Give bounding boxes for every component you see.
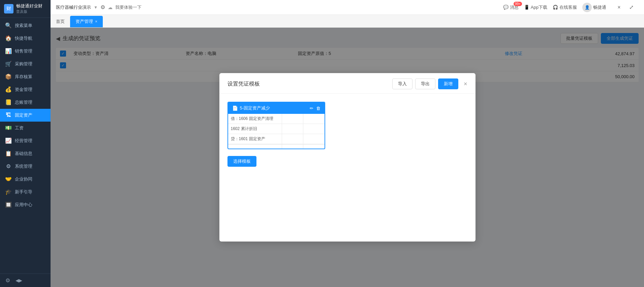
dialog-overlay: 设置凭证模板 导入 导出 新增 × �	[51, 28, 644, 287]
sidebar-item-label: 采购管理	[15, 61, 32, 67]
tab-home[interactable]: 首页	[51, 16, 70, 27]
sidebar-item-purchase[interactable]: 🛒 采购管理	[0, 58, 51, 70]
service-icon: 🎧	[553, 5, 558, 10]
sidebar-item-system[interactable]: ⚙ 系统管理	[0, 160, 51, 173]
sidebar-item-label: 搜索菜单	[15, 23, 32, 29]
template-card-actions: ✏ 🗑	[310, 106, 320, 111]
template-entry-debit	[282, 134, 303, 144]
template-card-body: 借：1606 固定资产清理 1602 累计折旧	[228, 114, 325, 149]
template-entry-row: 借：1606 固定资产清理	[228, 114, 325, 124]
template-card-doc-icon: 📄	[232, 105, 238, 111]
sidebar-item-label: 销售管理	[15, 48, 32, 54]
template-card-title-area: 📄 5-固定资产减少	[232, 105, 270, 111]
tab-asset-mgmt[interactable]: 资产管理 ×	[70, 16, 103, 27]
template-entry-label: 1602 累计折旧	[228, 124, 282, 134]
sidebar-item-label: 经营管理	[15, 138, 32, 144]
template-footer-credit	[303, 144, 325, 149]
messages-badge: 99+	[514, 2, 522, 6]
sidebar-item-label: 基础信息	[15, 151, 32, 157]
template-delete-icon[interactable]: 🗑	[316, 106, 320, 111]
sidebar-item-label: 总账管理	[15, 99, 32, 105]
topbar-right: 💬 消息 99+ 📱 App下载 🎧 在线客服 👤 畅捷通	[503, 3, 639, 12]
sidebar-item-fixed-assets[interactable]: 🏗 固定资产	[0, 109, 51, 122]
sidebar-item-label: 资金管理	[15, 87, 32, 93]
sidebar-item-basic-info[interactable]: 📋 基础信息	[0, 147, 51, 160]
template-entry-row: 贷：1601 固定资产	[228, 134, 325, 144]
company-name[interactable]: 医疗器械行业演示	[56, 4, 91, 10]
home-icon: 🏠	[5, 35, 11, 41]
collapse-icon[interactable]: ◀▶	[16, 278, 22, 283]
sidebar-item-sales[interactable]: 📊 销售管理	[0, 45, 51, 58]
cloud-icon: ☁	[108, 5, 113, 10]
template-entry-row: 1602 累计折旧	[228, 124, 325, 134]
sidebar-item-label: 新手引导	[15, 189, 32, 195]
sidebar-item-operations[interactable]: 📈 经营管理	[0, 134, 51, 147]
enterprise-icon: 🤝	[5, 176, 11, 182]
sidebar-item-search[interactable]: 🔍 搜索菜单	[0, 19, 51, 32]
new-template-button[interactable]: 新增	[438, 78, 458, 89]
sidebar-nav: 🔍 搜索菜单 🏠 快捷导航 📊 销售管理 🛒 采购管理 📦 库存核算 💰	[0, 18, 51, 274]
sidebar-item-enterprise[interactable]: 🤝 企业协同	[0, 173, 51, 186]
import-button[interactable]: 导入	[392, 78, 412, 89]
app-download-label: App下载	[531, 4, 547, 10]
sidebar-item-quicknav[interactable]: 🏠 快捷导航	[0, 32, 51, 45]
sidebar: 财 畅捷通好业财 普及版 🔍 搜索菜单 🏠 快捷导航 📊 销售管理	[0, 0, 51, 287]
sidebar-header: 财 畅捷通好业财 普及版	[0, 0, 51, 18]
user-profile-button[interactable]: 👤 畅捷通	[582, 3, 606, 12]
template-edit-icon[interactable]: ✏	[310, 106, 313, 111]
dialog-header: 设置凭证模板 导入 导出 新增 ×	[219, 73, 476, 94]
sales-icon: 📊	[5, 48, 11, 54]
select-template-button[interactable]: 选择模板	[227, 156, 256, 167]
sidebar-item-funds[interactable]: 💰 资金管理	[0, 83, 51, 96]
select-template-btn-wrap: 选择模板	[227, 156, 467, 167]
purchase-icon: 🛒	[5, 61, 11, 67]
fixed-assets-icon: 🏗	[5, 112, 11, 118]
logo-icon: 财	[4, 4, 13, 13]
ledger-icon: 📒	[5, 99, 11, 105]
sidebar-item-ledger[interactable]: 📒 总账管理	[0, 96, 51, 109]
sidebar-item-inventory[interactable]: 📦 库存核算	[0, 70, 51, 83]
sidebar-brand: 畅捷通好业财 普及版	[16, 3, 42, 14]
username-label: 畅捷通	[593, 4, 606, 10]
customer-service-button[interactable]: 🎧 在线客服	[553, 4, 577, 10]
guide-icon: 🎓	[5, 189, 11, 195]
app-download-button[interactable]: 📱 App下载	[524, 4, 547, 10]
window-close-button[interactable]: ×	[614, 3, 624, 12]
dialog-body: 📄 5-固定资产减少 ✏ 🗑	[219, 94, 476, 242]
sidebar-item-salary[interactable]: 💵 工资	[0, 122, 51, 134]
dialog-header-actions: 导入 导出 新增 ×	[392, 78, 467, 89]
app-name: 畅捷通好业财	[16, 3, 42, 9]
export-button[interactable]: 导出	[415, 78, 435, 89]
window-controls: × ⤢	[612, 3, 639, 12]
tabs-bar: 首页 资产管理 ×	[51, 15, 644, 28]
sidebar-item-label: 工资	[15, 125, 24, 131]
template-entry-debit	[282, 124, 303, 134]
template-footer-label	[228, 144, 282, 149]
topbar-left: 医疗器械行业演示 ▼ ⚙ ☁ 我要体验一下	[56, 4, 499, 10]
search-icon: 🔍	[5, 23, 11, 29]
messages-button[interactable]: 💬 消息 99+	[503, 4, 519, 10]
avatar-icon: 👤	[585, 5, 590, 10]
template-entry-label: 借：1606 固定资产清理	[228, 114, 282, 124]
dialog-close-icon[interactable]: ×	[464, 81, 467, 88]
phone-icon: 📱	[524, 5, 529, 10]
dropdown-arrow-icon[interactable]: ▼	[94, 5, 98, 10]
topbar: 医疗器械行业演示 ▼ ⚙ ☁ 我要体验一下 💬 消息 99+ 📱 App下载 🎧	[51, 0, 644, 15]
settings-footer-icon[interactable]: ⚙	[5, 277, 10, 284]
window-maximize-button[interactable]: ⤢	[626, 3, 636, 12]
trial-text[interactable]: 我要体验一下	[115, 4, 142, 10]
sidebar-item-app-center[interactable]: 🔲 应用中心	[0, 198, 51, 211]
template-card-header: 📄 5-固定资产减少 ✏ 🗑	[228, 102, 325, 114]
sidebar-item-label: 系统管理	[15, 163, 32, 169]
customer-service-label: 在线客服	[559, 4, 577, 10]
template-entry-label: 贷：1601 固定资产	[228, 134, 282, 144]
sidebar-item-label: 企业协同	[15, 176, 32, 182]
inventory-icon: 📦	[5, 74, 11, 80]
funds-icon: 💰	[5, 87, 11, 93]
sidebar-item-guide[interactable]: 🎓 新手引导	[0, 186, 51, 198]
template-entry-credit	[303, 114, 325, 124]
app-center-icon: 🔲	[5, 202, 11, 208]
topbar-settings-icon[interactable]: ⚙	[100, 4, 105, 10]
tab-close-icon[interactable]: ×	[95, 19, 97, 24]
sidebar-item-label: 库存核算	[15, 74, 32, 80]
